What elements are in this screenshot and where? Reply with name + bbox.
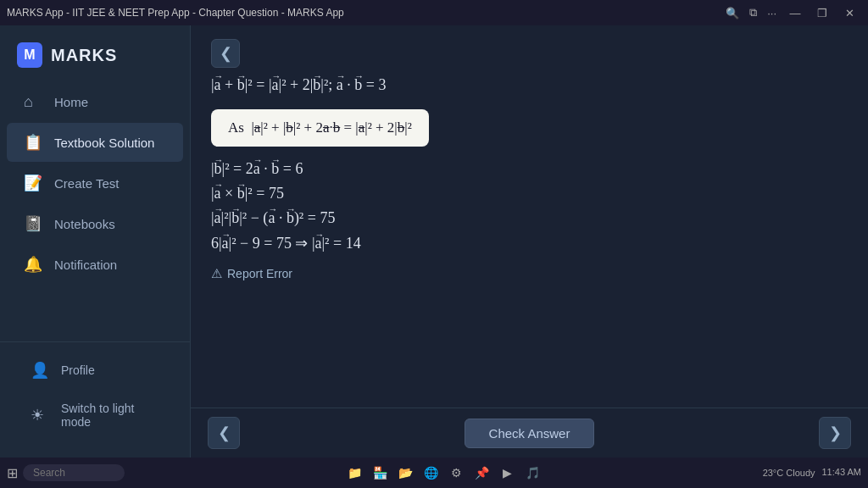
math-expr-3: |a→ × b→|² = 75 <box>211 185 284 202</box>
content-scroll[interactable]: ❮ |a→ + b→|² = |a→|² + 2|b→|²; a→ · b→ =… <box>191 25 868 408</box>
math-expr-2: |b→|² = 2a→ · b→ = 6 <box>211 160 303 178</box>
sidebar-item-notification[interactable]: 🔔 Notification <box>7 245 183 284</box>
sidebar-label-notification: Notification <box>54 258 117 272</box>
light-mode-icon: ☀ <box>31 406 49 424</box>
taskbar-icon-7[interactable]: ▶ <box>496 462 518 484</box>
home-icon: ⌂ <box>24 93 42 111</box>
notification-icon: 🔔 <box>24 255 42 274</box>
sidebar-label-textbook: Textbook Solution <box>54 136 154 150</box>
profile-icon: 👤 <box>31 361 49 380</box>
notebooks-icon: 📓 <box>24 214 42 233</box>
multi-icon[interactable]: ⧉ <box>746 4 760 21</box>
maximize-button[interactable]: ❐ <box>810 1 834 25</box>
sidebar-label-light-mode: Switch to light mode <box>61 402 159 429</box>
content-area: ❮ |a→ + b→|² = |a→|² + 2|b→|²; a→ · b→ =… <box>191 25 868 458</box>
check-answer-button[interactable]: Check Answer <box>465 419 595 448</box>
sidebar-label-create-test: Create Test <box>54 176 119 191</box>
taskbar-search[interactable] <box>23 464 125 481</box>
more-icon[interactable]: ··· <box>764 5 780 21</box>
taskbar-icons: 📁 🏪 📂 🌐 ⚙ 📌 ▶ 🎵 <box>343 462 543 484</box>
math-line-3: |a→ × b→|² = 75 <box>211 185 848 202</box>
app-body: M MARKS ⌂ Home 📋 Textbook Solution 📝 Cre… <box>0 25 868 458</box>
taskbar: ⊞ 📁 🏪 📂 🌐 ⚙ 📌 ▶ 🎵 23°C Cloudy 11:43 AM <box>0 458 868 488</box>
sidebar-label-home: Home <box>54 95 88 109</box>
report-error-label: Report Error <box>227 267 292 280</box>
logo-text: MARKS <box>51 46 117 65</box>
app-title: MARKS App - IIT JEE & NEET Prep App - Ch… <box>7 7 344 19</box>
sidebar-item-profile[interactable]: 👤 Profile <box>14 351 176 390</box>
close-button[interactable]: ✕ <box>837 1 861 25</box>
warning-icon: ⚠ <box>211 266 222 281</box>
taskbar-time: 11:43 AM <box>822 466 861 479</box>
minimize-button[interactable]: — <box>783 1 807 25</box>
sidebar: M MARKS ⌂ Home 📋 Textbook Solution 📝 Cre… <box>0 25 191 458</box>
math-expr-5: 6|a→|² − 9 = 75 ⇒ |a→|² = 14 <box>211 234 361 252</box>
prev-arrow-icon: ❮ <box>218 424 231 442</box>
sidebar-item-home[interactable]: ⌂ Home <box>7 83 183 121</box>
create-test-icon: 📝 <box>24 174 42 192</box>
taskbar-icon-5[interactable]: ⚙ <box>445 462 467 484</box>
sidebar-label-profile: Profile <box>61 363 95 377</box>
math-line-5: 6|a→|² − 9 = 75 ⇒ |a→|² = 14 <box>211 234 848 252</box>
taskbar-weather: 23°C Cloudy <box>763 468 815 478</box>
windows-icon[interactable]: ⊞ <box>7 465 18 481</box>
math-line-2: |b→|² = 2a→ · b→ = 6 <box>211 160 848 178</box>
footer-nav: ❮ Check Answer ❯ <box>191 408 868 458</box>
next-button[interactable]: ❯ <box>819 417 851 449</box>
search-icon[interactable]: 🔍 <box>722 5 743 21</box>
sidebar-item-light-mode[interactable]: ☀ Switch to light mode <box>14 391 176 439</box>
math-line-1: |a→ + b→|² = |a→|² + 2|b→|²; a→ · b→ = 3 <box>211 76 848 94</box>
taskbar-time-value: 11:43 AM <box>822 466 861 479</box>
prev-button[interactable]: ❮ <box>208 417 240 449</box>
sidebar-label-notebooks: Notebooks <box>54 217 115 231</box>
math-line-4: |a→|²|b→|² − (a→ · b→)² = 75 <box>211 209 848 227</box>
taskbar-icon-3[interactable]: 📂 <box>394 462 416 484</box>
math-expr-4: |a→|²|b→|² − (a→ · b→)² = 75 <box>211 209 335 227</box>
sidebar-bottom: 👤 Profile ☀ Switch to light mode <box>0 341 190 447</box>
math-expr-1: |a→ + b→|² = |a→|² + 2|b→|²; a→ · b→ = 3 <box>211 76 386 94</box>
highlight-box: As |a|² + |b|² + 2a·b = |a|² + 2|b|² <box>211 109 429 147</box>
taskbar-icon-2[interactable]: 🏪 <box>369 462 391 484</box>
sidebar-item-notebooks[interactable]: 📓 Notebooks <box>7 204 183 243</box>
sidebar-item-create-test[interactable]: 📝 Create Test <box>7 164 183 202</box>
taskbar-icon-8[interactable]: 🎵 <box>521 462 543 484</box>
textbook-icon: 📋 <box>24 133 42 152</box>
back-button[interactable]: ❮ <box>211 39 240 68</box>
sidebar-item-textbook[interactable]: 📋 Textbook Solution <box>7 123 183 162</box>
highlight-math: As |a|² + |b|² + 2a·b = |a|² + 2|b|² <box>228 119 412 136</box>
logo-icon: M <box>17 42 42 68</box>
next-arrow-icon: ❯ <box>829 424 842 442</box>
check-answer-label: Check Answer <box>489 426 570 441</box>
taskbar-icon-4[interactable]: 🌐 <box>420 462 442 484</box>
taskbar-icon-6[interactable]: 📌 <box>470 462 492 484</box>
title-bar: MARKS App - IIT JEE & NEET Prep App - Ch… <box>0 0 868 25</box>
nav-items: ⌂ Home 📋 Textbook Solution 📝 Create Test… <box>0 81 190 341</box>
taskbar-icon-1[interactable]: 📁 <box>343 462 365 484</box>
logo-area: M MARKS <box>0 36 190 81</box>
report-error-button[interactable]: ⚠ Report Error <box>211 263 292 285</box>
